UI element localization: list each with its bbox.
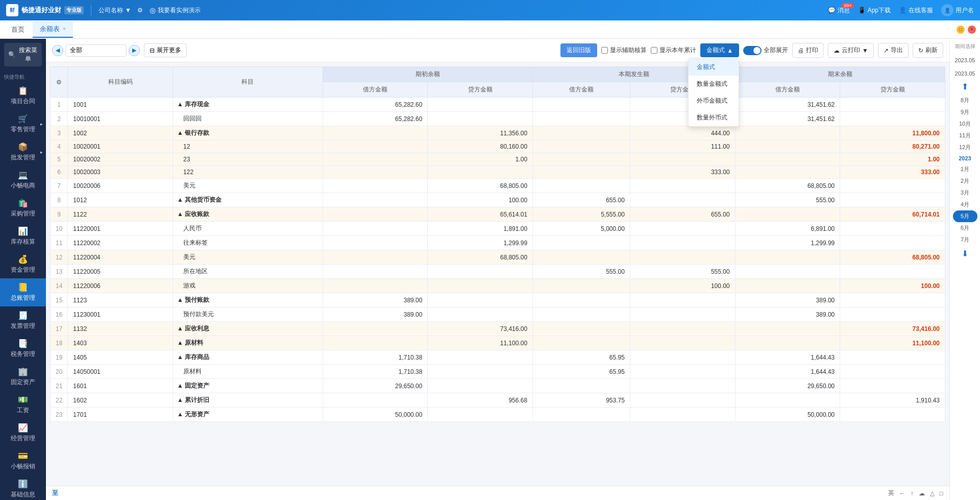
account-search-input[interactable]	[65, 44, 127, 57]
account-code[interactable]: 1403	[68, 336, 173, 350]
table-row[interactable]: 13 11220005 所在地区 555.00 555.00	[51, 265, 945, 279]
account-code[interactable]: 11220002	[68, 236, 173, 250]
settings-column-header[interactable]: ⚙	[51, 67, 68, 98]
print-button[interactable]: 🖨 打印	[792, 43, 824, 58]
account-name[interactable]: 美元	[173, 179, 323, 193]
show-ytd-checkbox[interactable]: 显示本年累计	[651, 46, 696, 55]
table-row[interactable]: 19 1405 ▲ 库存商品 1,710.38 65.95 1,644.43	[51, 350, 945, 365]
account-code[interactable]: 10020001	[68, 140, 173, 153]
account-name[interactable]: 往来标签	[173, 236, 323, 250]
account-code[interactable]: 11220006	[68, 279, 173, 293]
table-row[interactable]: 12 11220004 美元 68,805.00 68,805.00	[51, 250, 945, 265]
sidebar-item-sales[interactable]: 💳 小畅报销	[0, 447, 46, 475]
account-name[interactable]: ▲ 其他货币资金	[173, 193, 323, 207]
amount-type-item-1[interactable]: 数量金额式	[689, 76, 739, 92]
period-month-item[interactable]: 8月	[953, 94, 977, 106]
amount-type-button[interactable]: 金额式 ▲	[700, 43, 739, 57]
table-row[interactable]: 15 1123 ▲ 预付账款 389.00 389.00	[51, 293, 945, 307]
period-month-item[interactable]: 9月	[953, 106, 977, 118]
table-row[interactable]: 10 11220001 人民币 1,891.00 5,000.00 6,891.…	[51, 222, 945, 236]
account-code[interactable]: 1601	[68, 379, 173, 393]
cloud-icon[interactable]: ☁	[919, 490, 925, 497]
account-name[interactable]: 回回回	[173, 112, 323, 126]
lang-switch[interactable]: 英	[888, 489, 894, 497]
period-month-item[interactable]: 2023	[953, 153, 977, 163]
account-code[interactable]: 10020002	[68, 153, 173, 166]
message-button[interactable]: 💬 消息 99+	[828, 6, 850, 15]
tab-balance[interactable]: 余额表 ×	[33, 21, 73, 38]
sidebar-item-basic[interactable]: ℹ️ 基础信息	[0, 475, 46, 500]
sidebar-item-salary[interactable]: 💵 工资	[0, 391, 46, 419]
period-month-item[interactable]: 6月	[953, 222, 977, 234]
account-name[interactable]: 美元	[173, 250, 323, 265]
table-row[interactable]: 20 14050001 原材料 1,710.38 65.95 1,644.43	[51, 365, 945, 379]
settings-icon[interactable]: ⚙	[136, 6, 144, 14]
period-up-arrow[interactable]: ⬆	[962, 82, 968, 91]
app-download-button[interactable]: 📱 App下载	[858, 6, 891, 15]
table-row[interactable]: 5 10020002 23 1.00 1.00	[51, 153, 945, 166]
sidebar-item-retail[interactable]: 🛒 零售管理 ▸	[0, 110, 46, 138]
account-code[interactable]: 1002	[68, 126, 173, 140]
account-name[interactable]: ▲ 应收利息	[173, 322, 323, 336]
tab-home[interactable]: 首页	[4, 22, 32, 37]
table-row[interactable]: 14 11220006 游戏 100.00 100.00	[51, 279, 945, 293]
table-row[interactable]: 11 11220002 往来标签 1,299.99 1,299.99	[51, 236, 945, 250]
table-row[interactable]: 17 1132 ▲ 应收利息 73,416.00 73,416.00	[51, 322, 945, 336]
period-month-item[interactable]: 7月	[953, 234, 977, 246]
period-item-start[interactable]: 2023.05	[953, 55, 977, 65]
amount-type-item-2[interactable]: 外币金额式	[689, 92, 739, 109]
sidebar-item-assets[interactable]: 🏢 固定资产	[0, 363, 46, 391]
account-name[interactable]: 预付款美元	[173, 307, 323, 322]
sidebar-item-project[interactable]: 📋 项目合同	[0, 82, 46, 110]
triangle-icon[interactable]: △	[930, 490, 935, 497]
table-row[interactable]: 4 10020001 12 80,160.00 111.00 80,271.00	[51, 140, 945, 153]
amount-type-item-3[interactable]: 数量外币式	[689, 109, 739, 126]
square-icon[interactable]: □	[940, 490, 943, 497]
sidebar-item-invoice[interactable]: 🧾 发票管理	[0, 306, 46, 335]
arrow-up-icon[interactable]: ↑	[911, 490, 914, 497]
account-code[interactable]: 10020006	[68, 179, 173, 193]
account-code[interactable]: 1132	[68, 322, 173, 336]
show-auxiliary-checkbox[interactable]: 显示辅助核算	[601, 46, 647, 55]
sidebar-item-capital[interactable]: 💰 资金管理	[0, 250, 46, 278]
table-row[interactable]: 7 10020006 美元 68,805.00 68,805.00	[51, 179, 945, 193]
table-row[interactable]: 21 1601 ▲ 固定资产 29,650.00 29,650.00	[51, 379, 945, 393]
table-row[interactable]: 3 1002 ▲ 银行存款 11,356.00 444.00 11,800.00	[51, 126, 945, 140]
sidebar-item-ledger[interactable]: 📒 总账管理	[0, 278, 46, 306]
close-button[interactable]: ×	[968, 26, 976, 34]
account-code[interactable]: 1405	[68, 350, 173, 365]
table-row[interactable]: 1 1001 ▲ 库存现金 65,282.60 33,830.98 31,451…	[51, 98, 945, 112]
account-name[interactable]: ▲ 银行存款	[173, 126, 323, 140]
return-old-version-button[interactable]: 返回旧版	[560, 43, 597, 57]
account-code[interactable]: 1602	[68, 393, 173, 408]
account-name[interactable]: ▲ 库存现金	[173, 98, 323, 112]
account-code[interactable]: 11220005	[68, 265, 173, 279]
period-item-end[interactable]: 2023.05	[953, 68, 977, 79]
account-name[interactable]: ▲ 应收账款	[173, 207, 323, 222]
period-down-arrow[interactable]: ⬇	[962, 249, 968, 258]
online-service-button[interactable]: 👤 在线客服	[899, 6, 933, 15]
demo-link[interactable]: ◎ 我要看实例演示	[150, 6, 201, 15]
expand-all-toggle[interactable]: 全部展开	[743, 46, 788, 55]
search-menu-button[interactable]: 🔍 搜索菜单	[4, 43, 42, 66]
table-row[interactable]: 2 10010001 回回回 65,282.60 33,830.98 31,45…	[51, 112, 945, 126]
amount-type-item-0[interactable]: 金额式	[689, 59, 739, 76]
sidebar-item-ecommerce[interactable]: 💻 小畅电商	[0, 166, 46, 194]
table-row[interactable]: 9 1122 ▲ 应收账款 65,614.01 5,555.00 655.00 …	[51, 207, 945, 222]
table-row[interactable]: 8 1012 ▲ 其他货币资金 100.00 655.00 555.00	[51, 193, 945, 207]
account-code[interactable]: 11230001	[68, 307, 173, 322]
account-code[interactable]: 11220004	[68, 250, 173, 265]
maximize-button[interactable]: □	[957, 26, 965, 34]
account-name[interactable]: ▲ 固定资产	[173, 379, 323, 393]
sidebar-item-inventory[interactable]: 📊 库存核算	[0, 222, 46, 250]
period-month-item[interactable]: 4月	[953, 199, 977, 210]
arrow-left-icon[interactable]: ←	[899, 490, 905, 497]
account-name[interactable]: 游戏	[173, 279, 323, 293]
expand-all-switch[interactable]	[743, 46, 762, 55]
search-next-button[interactable]: ▶	[129, 45, 140, 56]
user-menu[interactable]: 👤 用户名	[941, 4, 974, 16]
account-name[interactable]: 122	[173, 166, 323, 179]
table-row[interactable]: 22 1602 ▲ 累计折旧 956.68 953.75 1,910.43	[51, 393, 945, 408]
period-month-item[interactable]: 11月	[953, 130, 977, 141]
search-prev-button[interactable]: ◀	[52, 45, 63, 56]
